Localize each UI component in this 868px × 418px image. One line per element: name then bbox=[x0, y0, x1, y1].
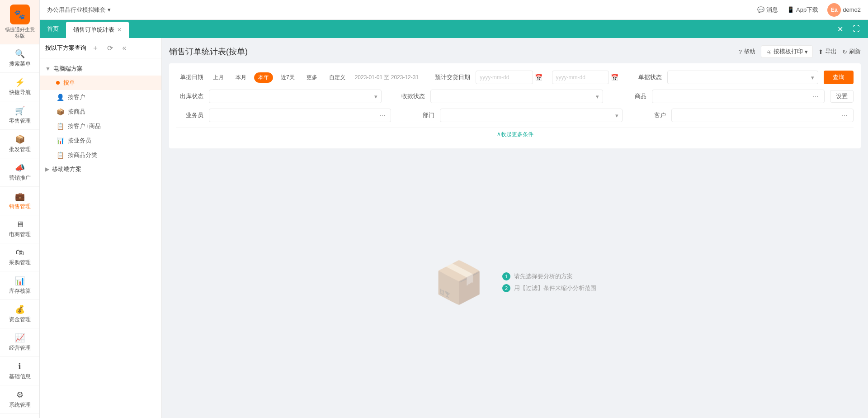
sidebar-item-quicknav[interactable]: ⚡ 快捷导航 bbox=[0, 73, 39, 101]
refresh-label: 刷新 bbox=[849, 48, 861, 56]
goods-input[interactable]: ··· bbox=[652, 90, 825, 103]
tab-actions: ✕ ⛶ bbox=[834, 23, 868, 35]
tree-section-mobile: ▶ 移动端方案 bbox=[40, 162, 161, 176]
message-btn[interactable]: 💬 消息 bbox=[757, 6, 778, 14]
left-panel-header: 按以下方案查询 ＋ ⟳ « bbox=[40, 38, 161, 58]
date-btn-thismonth[interactable]: 本月 bbox=[231, 72, 250, 83]
tab-home[interactable]: 首页 bbox=[40, 20, 66, 38]
date-quick-options: 上月 本月 本年 近7天 更多 自定义 bbox=[209, 72, 349, 83]
sidebar-item-inventory[interactable]: 📊 库存核算 bbox=[0, 271, 39, 300]
collapse-bar[interactable]: ∧ 收起更多条件 bbox=[176, 128, 854, 141]
date-btn-more[interactable]: 更多 bbox=[302, 72, 321, 83]
goods-dots-btn[interactable]: ··· bbox=[811, 92, 821, 100]
help-btn[interactable]: ? 帮助 bbox=[739, 48, 755, 56]
empty-state-illustration: 📦 bbox=[434, 259, 484, 306]
shipment-label: 出库状态 bbox=[176, 92, 203, 100]
payment-select[interactable]: ▾ bbox=[430, 90, 603, 103]
customer-input[interactable]: ··· bbox=[671, 109, 854, 122]
status-dropdown-icon: ▾ bbox=[811, 74, 814, 81]
empty-tip-2: 2 用【过滤】条件来缩小分析范围 bbox=[502, 284, 596, 292]
customer-dots-btn[interactable]: ··· bbox=[840, 111, 849, 119]
customer-icon: 👤 bbox=[56, 94, 64, 101]
sidebar-item-enterprise[interactable]: 🤝 企业协同 bbox=[0, 414, 39, 418]
sidebar-item-finance[interactable]: 💰 资金管理 bbox=[0, 300, 39, 328]
topbar-left: 办公用品行业模拟账套 ▾ bbox=[47, 6, 111, 14]
sidebar-item-sales[interactable]: 💼 销售管理 bbox=[0, 187, 39, 215]
expected-date-end-input[interactable]: yyyy-mm-dd bbox=[552, 71, 609, 84]
tree-section-mobile-header[interactable]: ▶ 移动端方案 bbox=[40, 162, 161, 176]
print-btn[interactable]: 🖨 按模板打印 ▾ bbox=[761, 45, 813, 58]
sidebar-item-search-label: 搜索菜单 bbox=[9, 60, 31, 68]
app-title: 办公用品行业模拟账套 bbox=[47, 6, 106, 14]
app-title-dropdown[interactable]: 办公用品行业模拟账套 ▾ bbox=[47, 6, 111, 14]
tab-close-icon[interactable]: ✕ bbox=[117, 27, 122, 33]
sidebar-item-purchase-label: 采购管理 bbox=[9, 259, 31, 266]
topbar-right: 💬 消息 📱 App下载 Ea demo2 bbox=[757, 3, 861, 17]
tree-section-pc-label: 电脑端方案 bbox=[53, 65, 83, 73]
logo-icon: 🐾 bbox=[10, 5, 30, 24]
tree-section-pc: ▼ 电脑端方案 按单 👤 按客户 📦 按商品 bbox=[40, 62, 161, 162]
download-icon: 📱 bbox=[787, 6, 794, 13]
tree-item-by-salesman[interactable]: 📊 按业务员 bbox=[40, 133, 161, 148]
user-profile[interactable]: Ea demo2 bbox=[827, 3, 861, 17]
query-button[interactable]: 查询 bbox=[824, 71, 854, 84]
refresh-btn[interactable]: ↻ 刷新 bbox=[842, 48, 861, 56]
sidebar-item-search[interactable]: 🔍 搜索菜单 bbox=[0, 44, 39, 73]
tree-section-pc-header[interactable]: ▼ 电脑端方案 bbox=[40, 62, 161, 76]
tab-fullscreen-btn[interactable]: ⛶ bbox=[850, 23, 863, 35]
dept-select[interactable]: ▾ bbox=[440, 109, 622, 122]
date-btn-last7days[interactable]: 近7天 bbox=[277, 72, 299, 83]
date-range-display: 2023-01-01 至 2023-12-31 bbox=[355, 74, 419, 81]
filter-row-2: 出库状态 ▾ 收款状态 ▾ 商品 ··· 设置 bbox=[176, 90, 854, 103]
date-btn-thisyear[interactable]: 本年 bbox=[254, 72, 273, 83]
left-panel-title: 按以下方案查询 bbox=[45, 44, 86, 52]
tree-item-by-category-label: 按商品分类 bbox=[68, 151, 97, 159]
right-panel: 销售订单统计表(按单) ? 帮助 🖨 按模板打印 ▾ ⬆ 导出 bbox=[162, 38, 868, 418]
tree-item-by-salesman-label: 按业务员 bbox=[68, 137, 91, 145]
status-select[interactable]: ▾ bbox=[667, 71, 818, 84]
date-btn-lastmonth[interactable]: 上月 bbox=[209, 72, 228, 83]
sidebar-item-ecommerce[interactable]: 🖥 电商管理 bbox=[0, 215, 39, 243]
sidebar-item-basic-label: 基础信息 bbox=[9, 373, 31, 380]
tree-item-by-goods[interactable]: 📦 按商品 bbox=[40, 104, 161, 119]
app-download-label: App下载 bbox=[796, 6, 818, 14]
print-dropdown-icon: ▾ bbox=[805, 48, 808, 55]
tree-item-by-customer[interactable]: 👤 按客户 bbox=[40, 90, 161, 104]
sidebar-item-wholesale[interactable]: 📦 批发管理 bbox=[0, 130, 39, 158]
tab-sales-stat[interactable]: 销售订单统计表 ✕ bbox=[66, 22, 129, 38]
refresh-scheme-btn[interactable]: ⟳ bbox=[104, 43, 115, 53]
tip-num-1: 1 bbox=[502, 272, 510, 280]
settings-button[interactable]: 设置 bbox=[830, 90, 854, 103]
sidebar-item-basic[interactable]: ℹ 基础信息 bbox=[0, 357, 39, 385]
tab-close-all-btn[interactable]: ✕ bbox=[834, 23, 846, 35]
collapse-panel-btn[interactable]: « bbox=[119, 43, 130, 53]
marketing-icon: 📣 bbox=[15, 163, 25, 173]
sidebar-item-retail[interactable]: 🛒 零售管理 bbox=[0, 101, 39, 130]
date-btn-custom[interactable]: 自定义 bbox=[325, 72, 349, 83]
collapse-label: 收起更多条件 bbox=[501, 131, 533, 138]
topbar: 办公用品行业模拟账套 ▾ 💬 消息 📱 App下载 Ea demo2 bbox=[40, 0, 868, 20]
export-btn[interactable]: ⬆ 导出 bbox=[818, 48, 837, 56]
add-scheme-btn[interactable]: ＋ bbox=[90, 43, 101, 53]
message-icon: 💬 bbox=[757, 6, 764, 13]
export-label: 导出 bbox=[825, 48, 837, 56]
sidebar-item-inventory-label: 库存核算 bbox=[9, 287, 31, 295]
salesman-input[interactable]: ··· bbox=[209, 109, 391, 122]
sidebar-item-purchase[interactable]: 🛍 采购管理 bbox=[0, 243, 39, 271]
cal-end-icon[interactable]: 📅 bbox=[611, 74, 618, 81]
expected-date-start-input[interactable]: yyyy-mm-dd bbox=[476, 71, 533, 84]
sidebar-item-system[interactable]: ⚙ 系统管理 bbox=[0, 385, 39, 414]
tree-item-by-customer-goods[interactable]: 📋 按客户+商品 bbox=[40, 119, 161, 133]
cal-start-icon[interactable]: 📅 bbox=[535, 74, 542, 81]
sidebar-item-system-label: 系统管理 bbox=[9, 401, 31, 409]
sidebar-item-wholesale-label: 批发管理 bbox=[9, 146, 31, 153]
app-download-btn[interactable]: 📱 App下载 bbox=[787, 6, 818, 14]
salesman-dots-btn[interactable]: ··· bbox=[377, 111, 387, 119]
main-area: 办公用品行业模拟账套 ▾ 💬 消息 📱 App下载 Ea demo2 首页 bbox=[40, 0, 868, 418]
tree-item-by-category[interactable]: 📋 按商品分类 bbox=[40, 148, 161, 162]
sidebar-item-marketing[interactable]: 📣 营销推广 bbox=[0, 158, 39, 187]
tree-item-by-order[interactable]: 按单 bbox=[40, 76, 161, 90]
sidebar-item-operations[interactable]: 📈 经营管理 bbox=[0, 328, 39, 357]
shipment-select[interactable]: ▾ bbox=[209, 90, 382, 103]
page-title: 销售订单统计表(按单) bbox=[169, 46, 248, 57]
